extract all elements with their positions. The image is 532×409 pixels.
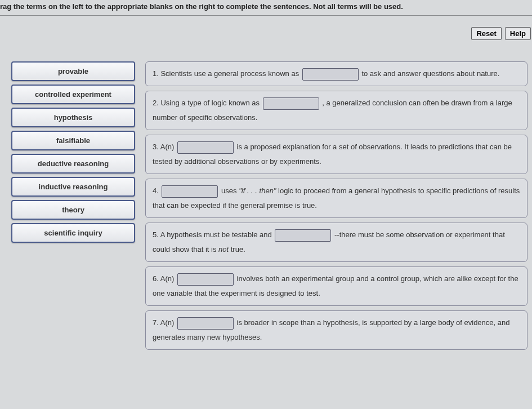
- sentence-5-text-b-post: true.: [229, 245, 245, 254]
- sentence-1: 1. Scientists use a general process know…: [145, 61, 527, 86]
- terms-column: provable controlled experiment hypothesi…: [11, 61, 135, 350]
- sentence-2: 2. Using a type of logic known as , a ge…: [145, 91, 527, 130]
- term-deductive-reasoning[interactable]: deductive reasoning: [11, 154, 135, 174]
- instructions-text: rag the terms on the left to the appropr…: [0, 0, 532, 16]
- blank-7[interactable]: [177, 317, 234, 330]
- reset-button[interactable]: Reset: [471, 27, 501, 40]
- sentence-4-text-a: 4.: [153, 186, 160, 195]
- sentence-3: 3. A(n) is a proposed explanation for a …: [145, 135, 527, 174]
- sentence-3-text-a: 3. A(n): [153, 143, 176, 151]
- blank-1[interactable]: [302, 68, 359, 81]
- sentence-5-italic: not: [218, 245, 229, 254]
- blank-5[interactable]: [275, 229, 331, 242]
- sentence-1-text-a: 1. Scientists use a general process know…: [153, 69, 301, 78]
- term-controlled-experiment[interactable]: controlled experiment: [11, 85, 135, 104]
- term-provable[interactable]: provable: [11, 61, 135, 81]
- sentence-4-italic: "if . . . then": [239, 186, 276, 195]
- blank-6[interactable]: [177, 273, 234, 286]
- sentence-6: 6. A(n) involves both an experimental gr…: [145, 266, 527, 306]
- blank-4[interactable]: [162, 185, 218, 198]
- help-button[interactable]: Help: [505, 27, 531, 40]
- sentence-4: 4. uses "if . . . then" logic to proceed…: [145, 179, 527, 218]
- term-inductive-reasoning[interactable]: inductive reasoning: [11, 177, 135, 197]
- blank-3[interactable]: [177, 141, 234, 154]
- sentence-7-text-a: 7. A(n): [153, 318, 176, 327]
- sentence-7: 7. A(n) is broader in scope than a hypot…: [145, 310, 527, 350]
- toolbar: Reset Help: [0, 16, 532, 45]
- term-theory[interactable]: theory: [11, 200, 135, 220]
- content-area: provable controlled experiment hypothesi…: [0, 45, 532, 350]
- term-falsifiable[interactable]: falsifiable: [11, 131, 135, 150]
- sentence-2-text-a: 2. Using a type of logic known as: [153, 99, 262, 107]
- blank-2[interactable]: [263, 97, 319, 110]
- sentences-column: 1. Scientists use a general process know…: [145, 61, 527, 350]
- term-scientific-inquiry[interactable]: scientific inquiry: [11, 223, 135, 243]
- sentence-5: 5. A hypothesis must be testable and --t…: [145, 223, 527, 262]
- sentence-5-text-a: 5. A hypothesis must be testable and: [153, 230, 274, 239]
- sentence-4-text-b-pre: uses: [221, 186, 239, 195]
- sentence-6-text-a: 6. A(n): [153, 274, 176, 283]
- term-hypothesis[interactable]: hypothesis: [11, 108, 135, 127]
- sentence-1-text-b: to ask and answer questions about nature…: [361, 69, 499, 78]
